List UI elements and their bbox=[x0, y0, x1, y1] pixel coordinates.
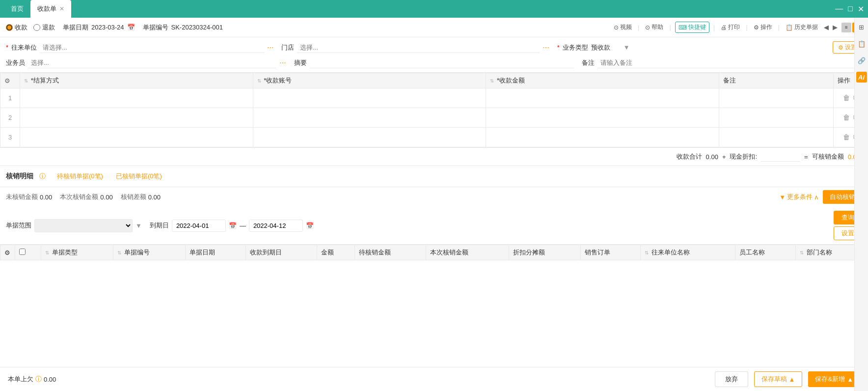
date-value: 2023-03-24 bbox=[91, 24, 124, 31]
remark-input[interactable] bbox=[597, 57, 862, 68]
nav-next-icon[interactable]: ▶ bbox=[833, 24, 838, 31]
sort-counterparty-icon: ⇅ bbox=[645, 250, 649, 255]
nav-prev-icon[interactable]: ◀ bbox=[824, 24, 829, 31]
uncancelled-stat: 未核销金额 0.00 bbox=[6, 193, 52, 201]
tab-home-label: 首页 bbox=[11, 4, 24, 13]
verify-tab-pending[interactable]: 待核销单据(0笔) bbox=[52, 170, 108, 183]
discount-input[interactable] bbox=[761, 152, 800, 162]
biz-type-label: 业务类型 bbox=[563, 43, 588, 52]
balance-label: 本单上欠 bbox=[8, 375, 33, 384]
radio-receipt-label: 收款 bbox=[15, 23, 27, 32]
radio-receipt-input[interactable] bbox=[6, 24, 13, 31]
biz-type-dropdown-icon[interactable]: ▼ bbox=[624, 44, 630, 51]
video-btn[interactable]: ⊙ 视频 bbox=[612, 22, 634, 32]
discount-label: 现金折扣: bbox=[730, 152, 757, 161]
ops-icon: ⚙ bbox=[754, 24, 759, 31]
tab-close-icon[interactable]: ✕ bbox=[59, 5, 64, 12]
diff-value: 0.00 bbox=[148, 194, 161, 201]
more-filter-btn[interactable]: ▼ 更多条件 ∧ bbox=[779, 193, 819, 201]
col-bill-type-label: 单据类型 bbox=[52, 249, 78, 256]
diff-label: 核销差额 bbox=[121, 193, 146, 201]
video-icon: ⊙ bbox=[614, 24, 619, 31]
radio-refund[interactable]: 退款 bbox=[33, 23, 55, 32]
col-bill-no: ⇅ 单据编号 bbox=[113, 245, 186, 260]
save-arrow-icon: ▲ bbox=[847, 376, 853, 383]
cell-remark-3[interactable] bbox=[719, 128, 834, 147]
delete-row-2-icon[interactable]: 🗑 bbox=[843, 113, 850, 121]
table-gear-icon2[interactable]: ⚙ bbox=[4, 249, 10, 256]
bottom-right: 放弃 保存草稿 ▲ 保存&新增 ▲ bbox=[715, 371, 860, 387]
discard-btn[interactable]: 放弃 bbox=[715, 371, 748, 387]
sidebar-link-icon[interactable]: 🔗 bbox=[856, 55, 867, 66]
layout-list-icon[interactable]: ≡ bbox=[841, 23, 851, 32]
salesperson-more-btn[interactable]: ··· bbox=[279, 58, 286, 67]
select-all-checkbox[interactable] bbox=[19, 249, 26, 255]
calendar-to-icon[interactable]: 📅 bbox=[306, 222, 314, 229]
remark-field: 备注 bbox=[582, 57, 862, 68]
cell-settlement-3[interactable] bbox=[20, 128, 253, 147]
cell-amount-3[interactable] bbox=[486, 128, 719, 147]
ops-btn[interactable]: ⚙ 操作 bbox=[752, 22, 774, 32]
minimize-icon[interactable]: — bbox=[835, 4, 843, 14]
cell-account-1[interactable] bbox=[253, 88, 486, 108]
cell-account-3[interactable] bbox=[253, 128, 486, 147]
cell-remark-1[interactable] bbox=[719, 88, 834, 108]
verify-header: 核销明细 ⓘ 待核销单据(0笔) 已核销单据(0笔) bbox=[0, 166, 868, 187]
counterparty-more-btn[interactable]: ··· bbox=[267, 43, 273, 52]
date-to-input[interactable] bbox=[249, 220, 303, 232]
col-bill-date-label: 单据日期 bbox=[190, 249, 215, 256]
range-select[interactable] bbox=[34, 219, 133, 232]
abstract-label: 摘要 bbox=[294, 58, 307, 67]
col-account-label: *收款账号 bbox=[264, 77, 292, 84]
close-icon[interactable]: ✕ bbox=[858, 4, 864, 14]
sort-bill-type-icon: ⇅ bbox=[45, 250, 49, 255]
help-btn[interactable]: ⊙ 帮助 bbox=[643, 22, 665, 32]
counterparty-input[interactable] bbox=[40, 42, 264, 53]
store-input[interactable] bbox=[297, 42, 540, 53]
balance-info-icon[interactable]: ⓘ bbox=[35, 375, 42, 384]
abstract-input[interactable] bbox=[310, 57, 574, 68]
date-from-input[interactable] bbox=[172, 220, 226, 232]
tab-receipt[interactable]: 收款单 ✕ bbox=[30, 0, 71, 18]
sort-bill-no-icon: ⇅ bbox=[117, 250, 121, 255]
range-field: 单据范围 ▼ bbox=[6, 219, 142, 232]
bill-no-field: 单据编号 SK-20230324-001 bbox=[143, 23, 223, 32]
cell-account-2[interactable] bbox=[253, 108, 486, 128]
table-gear-icon[interactable]: ⚙ bbox=[4, 77, 10, 84]
cell-remark-2[interactable] bbox=[719, 108, 834, 128]
sidebar-ai-icon[interactable]: Ai bbox=[856, 72, 867, 83]
cell-settlement-1[interactable] bbox=[20, 88, 253, 108]
history-btn[interactable]: 📋 历史单据 bbox=[784, 22, 820, 32]
cell-amount-1[interactable] bbox=[486, 88, 719, 108]
radio-receipt[interactable]: 收款 bbox=[6, 23, 27, 32]
sidebar-table-icon[interactable]: ⊞ bbox=[856, 22, 867, 32]
delete-row-1-icon[interactable]: 🗑 bbox=[843, 94, 850, 102]
cell-settlement-2[interactable] bbox=[20, 108, 253, 128]
sidebar-sheet-icon[interactable]: 📋 bbox=[856, 38, 867, 49]
range-dropdown-icon[interactable]: ▼ bbox=[136, 222, 142, 229]
maximize-icon[interactable]: □ bbox=[848, 4, 853, 14]
calendar-icon[interactable]: 📅 bbox=[127, 24, 135, 31]
save-draft-btn[interactable]: 保存草稿 ▲ bbox=[754, 371, 803, 387]
calendar-from-icon[interactable]: 📅 bbox=[229, 222, 237, 229]
verify-tab-done[interactable]: 已核销单据(0笔) bbox=[110, 170, 167, 183]
form-row-1: * 往来单位 ··· 门店 ··· * 业务类型 预收款 ▼ ⚙ 设置 bbox=[6, 41, 862, 54]
tab-receipt-label: 收款单 bbox=[37, 4, 56, 13]
save-new-label: 保存&新增 bbox=[815, 375, 845, 384]
uncancelled-value: 0.00 bbox=[40, 194, 52, 201]
table-row: 1 🗑 ⧉ bbox=[0, 88, 868, 108]
verify-info-icon[interactable]: ⓘ bbox=[39, 172, 46, 181]
shortcut-label: 快捷键 bbox=[688, 23, 706, 31]
store-more-btn[interactable]: ··· bbox=[542, 43, 549, 52]
save-new-btn[interactable]: 保存&新增 ▲ bbox=[808, 371, 860, 387]
tab-home[interactable]: 首页 bbox=[4, 0, 30, 18]
radio-refund-input[interactable] bbox=[33, 24, 40, 31]
row-num-1: 1 bbox=[0, 88, 20, 108]
salesperson-input[interactable] bbox=[28, 57, 276, 68]
delete-row-3-icon[interactable]: 🗑 bbox=[843, 133, 850, 141]
date-label: 单据日期 bbox=[63, 23, 88, 32]
print-btn[interactable]: 🖨 打印 bbox=[719, 22, 742, 32]
print-label: 打印 bbox=[728, 23, 740, 31]
cell-amount-2[interactable] bbox=[486, 108, 719, 128]
shortcut-btn[interactable]: ⌨ 快捷键 bbox=[675, 22, 709, 33]
